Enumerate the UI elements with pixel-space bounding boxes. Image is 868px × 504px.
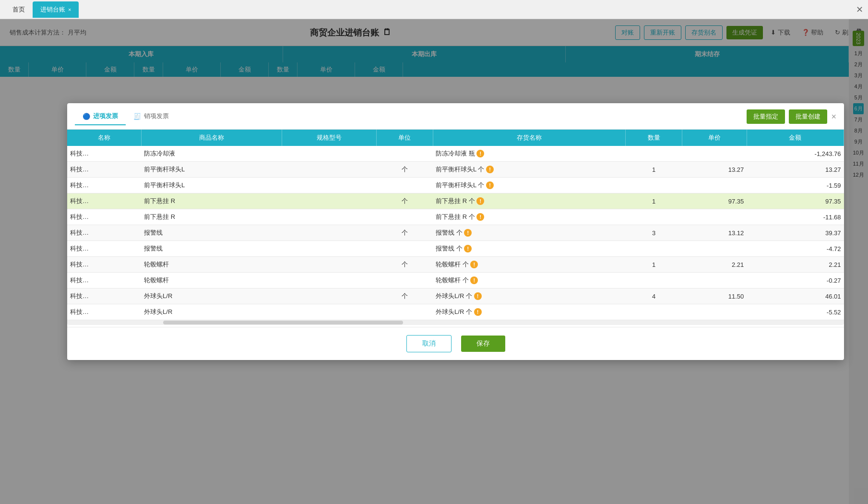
cell-unit: 个 bbox=[376, 225, 433, 241]
table-row: 科技… 轮毂螺杆 轮毂螺杆 个 ! -0.27 bbox=[67, 273, 844, 288]
cell-unit-price bbox=[682, 146, 747, 162]
modal-dialog: 🔵 进项发票 🧾 销项发票 批量指定 批量创建 × 名称 bbox=[67, 103, 844, 360]
cell-amount: 46.01 bbox=[747, 288, 844, 304]
cell-amount: 39.37 bbox=[747, 225, 844, 241]
tab-home-label: 首页 bbox=[12, 6, 25, 13]
cell-inventory: 前下悬挂 R 个 ! bbox=[433, 193, 626, 209]
cell-unit-price: 2.21 bbox=[682, 257, 747, 273]
warn-icon: ! bbox=[476, 197, 484, 205]
cell-product: 报警线 bbox=[141, 225, 282, 241]
main-area: 销售成本计算方法： 月平均 商贸企业进销台账 🗒 对账 重新开账 存货别名 生成… bbox=[0, 19, 868, 504]
cell-unit-price: 11.50 bbox=[682, 288, 747, 304]
modal-header: 🔵 进项发票 🧾 销项发票 批量指定 批量创建 × bbox=[67, 103, 844, 125]
save-button[interactable]: 保存 bbox=[461, 336, 505, 352]
cell-qty bbox=[626, 241, 682, 257]
window-close-button[interactable]: ✕ bbox=[856, 4, 863, 15]
cell-qty bbox=[626, 178, 682, 193]
cell-inventory: 报警线 个 ! bbox=[433, 241, 626, 257]
cell-inventory: 前平衡杆球头L 个 ! bbox=[433, 162, 626, 178]
cell-spec bbox=[282, 288, 376, 304]
cell-inventory: 防冻冷却液 瓶 ! bbox=[433, 146, 626, 162]
cell-unit: 个 bbox=[376, 257, 433, 273]
cell-amount: -1,243.76 bbox=[747, 146, 844, 162]
tab-current-label: 进销台账 bbox=[40, 5, 65, 14]
cell-inventory: 前平衡杆球头L 个 ! bbox=[433, 178, 626, 193]
cell-unit: 个 bbox=[376, 288, 433, 304]
cell-name: 科技… bbox=[67, 146, 141, 162]
outgoing-icon: 🧾 bbox=[133, 113, 141, 120]
cell-amount: -11.68 bbox=[747, 209, 844, 225]
cell-name: 科技… bbox=[67, 304, 141, 320]
cell-qty: 1 bbox=[626, 162, 682, 178]
warn-icon: ! bbox=[486, 166, 494, 173]
cell-inventory: 报警线 个 ! bbox=[433, 225, 626, 241]
th-product: 商品名称 bbox=[141, 130, 282, 146]
cell-unit-price bbox=[682, 273, 747, 288]
cell-qty: 1 bbox=[626, 193, 682, 209]
cell-name: 科技… bbox=[67, 288, 141, 304]
cell-name: 科技… bbox=[67, 241, 141, 257]
cell-product: 前平衡杆球头L bbox=[141, 162, 282, 178]
tab-outgoing-invoice[interactable]: 🧾 销项发票 bbox=[126, 108, 177, 125]
cell-amount: 97.35 bbox=[747, 193, 844, 209]
cell-spec bbox=[282, 257, 376, 273]
cell-spec bbox=[282, 273, 376, 288]
cell-spec bbox=[282, 178, 376, 193]
cell-amount: -4.72 bbox=[747, 241, 844, 257]
warn-icon: ! bbox=[470, 276, 478, 284]
cell-unit bbox=[376, 304, 433, 320]
cell-product: 防冻冷却液 bbox=[141, 146, 282, 162]
th-inventory: 存货名称 bbox=[433, 130, 626, 146]
cell-name: 科技… bbox=[67, 162, 141, 178]
warn-icon: ! bbox=[476, 150, 484, 157]
cell-unit-price: 97.35 bbox=[682, 193, 747, 209]
cell-amount: -5.52 bbox=[747, 304, 844, 320]
cell-unit bbox=[376, 178, 433, 193]
batch-create-button[interactable]: 批量创建 bbox=[789, 109, 827, 124]
cell-inventory: 外球头L/R 个 ! bbox=[433, 288, 626, 304]
cell-product: 报警线 bbox=[141, 241, 282, 257]
th-amount: 金额 bbox=[747, 130, 844, 146]
warn-icon: ! bbox=[486, 181, 494, 189]
warn-icon: ! bbox=[474, 292, 482, 300]
cell-spec bbox=[282, 209, 376, 225]
cell-unit-price: 13.27 bbox=[682, 162, 747, 178]
cell-unit bbox=[376, 273, 433, 288]
modal-horizontal-scrollbar[interactable] bbox=[67, 320, 844, 325]
table-row: 科技… 轮毂螺杆 个 轮毂螺杆 个 ! 1 2.21 2.21 bbox=[67, 257, 844, 273]
cell-name: 科技… bbox=[67, 257, 141, 273]
incoming-icon: 🔵 bbox=[83, 113, 90, 120]
cell-product: 前下悬挂 R bbox=[141, 209, 282, 225]
cell-spec bbox=[282, 225, 376, 241]
batch-assign-button[interactable]: 批量指定 bbox=[747, 109, 785, 124]
tab-bar: 首页 进销台账 × ✕ bbox=[0, 0, 868, 19]
modal-close-button[interactable]: × bbox=[831, 112, 836, 122]
cell-product: 前平衡杆球头L bbox=[141, 178, 282, 193]
tab-home[interactable]: 首页 bbox=[5, 1, 33, 18]
cell-unit-price bbox=[682, 304, 747, 320]
modal-table-container[interactable]: 名称 商品名称 规格型号 单位 存货名称 数量 单价 金额 科技… 防冻冷却液 … bbox=[67, 130, 844, 320]
table-header-row: 名称 商品名称 规格型号 单位 存货名称 数量 单价 金额 bbox=[67, 130, 844, 146]
scrollbar-thumb bbox=[163, 321, 403, 324]
tab-close-icon[interactable]: × bbox=[68, 7, 71, 12]
cell-name: 科技… bbox=[67, 273, 141, 288]
tab-current[interactable]: 进销台账 × bbox=[33, 1, 79, 18]
cell-inventory: 外球头L/R 个 ! bbox=[433, 304, 626, 320]
cell-spec bbox=[282, 162, 376, 178]
tab-incoming-invoice[interactable]: 🔵 进项发票 bbox=[75, 108, 126, 125]
cell-spec bbox=[282, 241, 376, 257]
cell-amount: -1.59 bbox=[747, 178, 844, 193]
cell-product: 外球头L/R bbox=[141, 304, 282, 320]
cell-name: 科技… bbox=[67, 178, 141, 193]
th-unit: 单位 bbox=[376, 130, 433, 146]
table-row: 科技… 前平衡杆球头L 前平衡杆球头L 个 ! -1.59 bbox=[67, 178, 844, 193]
cell-amount: 2.21 bbox=[747, 257, 844, 273]
cancel-button[interactable]: 取消 bbox=[406, 335, 452, 352]
cell-amount: 13.27 bbox=[747, 162, 844, 178]
cell-name: 科技… bbox=[67, 225, 141, 241]
cell-unit-price bbox=[682, 209, 747, 225]
cell-qty bbox=[626, 273, 682, 288]
cell-spec bbox=[282, 304, 376, 320]
cell-unit bbox=[376, 209, 433, 225]
cell-product: 轮毂螺杆 bbox=[141, 257, 282, 273]
